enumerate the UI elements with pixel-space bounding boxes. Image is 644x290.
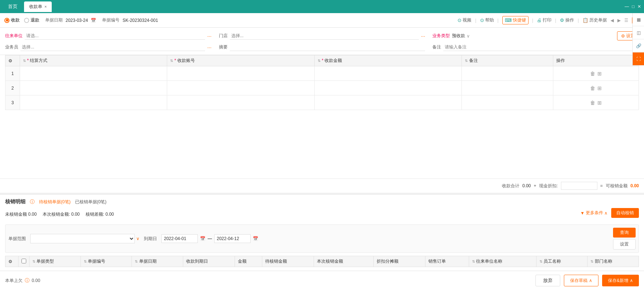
toolbar-right: ⊙ 视频 | ⊙ 帮助 | ⌨ 快捷键 | 🖨 打印 | ⚙ 操作 (458, 16, 640, 24)
row-3-account[interactable] (167, 95, 314, 110)
nav-next-icon[interactable]: ▶ (617, 18, 621, 23)
footer-info-icon[interactable]: ⓘ (25, 277, 30, 284)
save-new-button[interactable]: 保存&新增 ∧ (602, 275, 639, 286)
sort-icon-2[interactable]: ⇅ (170, 59, 173, 63)
help-btn[interactable]: ⊙ 帮助 (480, 17, 494, 23)
sidebar-icon-3[interactable]: 🔗 (633, 39, 644, 52)
sort-date-icon[interactable]: ⇅ (135, 259, 138, 263)
discount-input[interactable] (561, 182, 597, 190)
abandon-button[interactable]: 放弃 (535, 275, 560, 286)
bottom-th-checkbox[interactable] (19, 256, 30, 267)
tab-close-icon[interactable]: × (44, 4, 47, 9)
auto-writeoff-button[interactable]: 自动核销 (611, 208, 639, 218)
th-remark-label: 备注 (469, 58, 478, 63)
bottom-th-gear[interactable]: ⚙ (5, 256, 19, 267)
bottom-th-discount: 折扣分摊额 (374, 256, 425, 267)
save-new-label: 保存&新增 (608, 278, 628, 284)
nav-prev-icon[interactable]: ◀ (610, 18, 614, 23)
summary-input[interactable] (230, 43, 425, 51)
table-gear-header[interactable]: ⚙ (5, 55, 20, 66)
shortcut-btn[interactable]: ⌨ 快捷键 (502, 16, 529, 24)
restore-icon[interactable]: □ (632, 4, 635, 9)
writeoff-info-icon[interactable]: ⓘ (30, 199, 35, 205)
filter-buttons: 查询 设置 (613, 228, 636, 250)
list-view-icon[interactable]: ☰ (624, 18, 628, 23)
date-start-icon[interactable]: 📅 (200, 236, 205, 241)
tab-done[interactable]: 已核销单据(0笔) (75, 199, 107, 205)
sort-type-icon[interactable]: ⇅ (32, 259, 35, 263)
row-1-account[interactable] (167, 66, 314, 81)
sidebar-icon-2[interactable]: ◫ (633, 26, 644, 39)
delete-icon-3[interactable]: 🗑 (590, 100, 595, 106)
sort-icon[interactable]: ⇅ (23, 59, 26, 63)
sidebar-icon-4[interactable]: ⛶ (633, 52, 644, 66)
print-icon: 🖨 (537, 17, 542, 23)
shop-row: 门店 ··· (219, 31, 425, 40)
business-type-dropdown[interactable]: 预收款 ∨ (452, 33, 615, 39)
help-label: 帮助 (485, 17, 494, 23)
row-1-settlement[interactable] (20, 66, 167, 81)
salesperson-dots[interactable]: ··· (207, 44, 212, 50)
sort-icon-4[interactable]: ⇅ (465, 59, 468, 63)
minimize-icon[interactable]: — (625, 4, 629, 9)
row-3-remark[interactable] (462, 95, 553, 110)
row-3-settlement[interactable] (20, 95, 167, 110)
row-2-amount[interactable] (314, 81, 462, 95)
close-window-icon[interactable]: ✕ (637, 4, 641, 9)
divider-5: | (578, 18, 579, 23)
video-btn[interactable]: ⊙ 视频 (458, 17, 471, 23)
row-2-settlement[interactable] (20, 81, 167, 95)
date-end-input[interactable] (214, 234, 251, 243)
sort-icon-3[interactable]: ⇅ (318, 59, 321, 63)
copy-icon-3[interactable]: ⊞ (597, 100, 602, 106)
counterpart-dots[interactable]: ··· (207, 33, 212, 39)
business-type-row: 业务类型 预收款 ∨ ⚙ 设置 (432, 31, 639, 40)
delete-icon-2[interactable]: 🗑 (590, 85, 595, 91)
row-2-account[interactable] (167, 81, 314, 95)
operation-btn[interactable]: ⚙ 操作 (560, 17, 574, 23)
range-dropdown-icon[interactable]: ∨ (136, 236, 140, 241)
sort-dept-icon[interactable]: ⇅ (590, 259, 593, 263)
row-1-amount[interactable] (314, 66, 462, 81)
tab-pending[interactable]: 待核销单据(0笔) (39, 199, 71, 205)
select-all-checkbox[interactable] (21, 259, 26, 263)
filter-icon: ▼ (580, 211, 585, 216)
table-th-account: ⇅ * 收款账号 (167, 55, 314, 66)
counterpart-input[interactable] (25, 32, 205, 40)
salesperson-label: 业务员 (5, 44, 18, 50)
table-section: ⚙ ⇅ * 结算方式 ⇅ * 收款账号 ⇅ * 收款 (0, 55, 644, 179)
radio-income[interactable]: 收款 (4, 17, 20, 23)
writeoff-title: 核销明细 (5, 199, 25, 205)
history-btn[interactable]: 📋 历史单据 (582, 17, 607, 23)
tab-home[interactable]: 首页 (3, 1, 23, 12)
row-1-remark[interactable] (462, 66, 553, 81)
calendar-icon[interactable]: 📅 (91, 18, 96, 23)
salesperson-input[interactable] (20, 43, 205, 51)
tab-active[interactable]: 收款单 × (24, 1, 52, 12)
sidebar-icon-1[interactable]: ▦ (633, 13, 644, 26)
query-button[interactable]: 查询 (613, 228, 636, 238)
date-start-input[interactable] (161, 234, 198, 243)
save-draft-button[interactable]: 保存草稿 ∧ (564, 275, 598, 286)
shop-input[interactable] (230, 32, 419, 40)
print-btn[interactable]: 🖨 打印 (537, 17, 551, 23)
shop-dots[interactable]: ··· (421, 33, 425, 39)
remark-input[interactable] (443, 43, 639, 51)
copy-icon-1[interactable]: ⊞ (597, 71, 602, 77)
copy-icon-2[interactable]: ⊞ (597, 85, 602, 91)
radio-refund[interactable]: 退款 (24, 17, 39, 23)
more-conditions-btn[interactable]: ▼ 更多条件 ∧ (580, 210, 608, 216)
more-icon: ∧ (604, 211, 608, 216)
sort-counterpart-icon[interactable]: ⇅ (472, 259, 475, 263)
sort-num-icon[interactable]: ⇅ (84, 259, 87, 263)
row-2-remark[interactable] (462, 81, 553, 95)
divider-3: | (532, 18, 533, 23)
th-amount-label: 收款金额 (325, 58, 342, 63)
sort-employee-icon[interactable]: ⇅ (539, 259, 542, 263)
delete-icon-1[interactable]: 🗑 (590, 71, 595, 77)
row-3-amount[interactable] (314, 95, 462, 110)
filter-settings-button[interactable]: 设置 (613, 239, 636, 250)
th-due-date-label: 收款到期日 (186, 259, 208, 264)
range-select[interactable] (30, 234, 135, 243)
date-end-icon[interactable]: 📅 (253, 236, 258, 241)
